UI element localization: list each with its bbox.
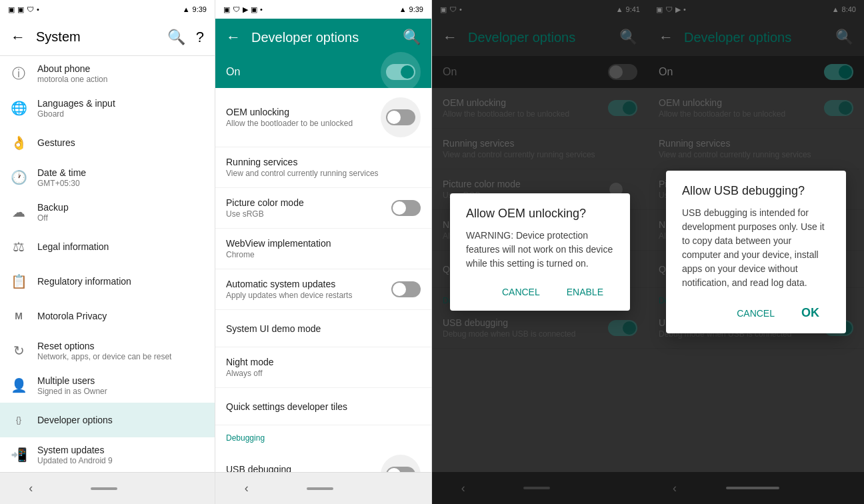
play-icon: ▶ bbox=[243, 5, 248, 14]
auto-updates-toggle[interactable] bbox=[391, 281, 421, 297]
usb-dialog: Allow USB debugging? USB debugging is in… bbox=[666, 171, 846, 333]
sidebar-item-regulatory[interactable]: 📋 Regulatory information bbox=[0, 264, 215, 299]
picture-title: Picture color mode bbox=[226, 197, 391, 208]
demo-mode-item[interactable]: System UI demo mode bbox=[215, 310, 431, 347]
oem-dialog-message: WARNING: Device protection features will… bbox=[466, 229, 614, 271]
usb-cancel-button[interactable]: Cancel bbox=[726, 301, 785, 325]
reset-icon: ↻ bbox=[11, 343, 27, 359]
webview-title: WebView implementation bbox=[226, 238, 421, 249]
sidebar-item-legal[interactable]: ⚖ Legal information bbox=[0, 229, 215, 264]
datetime-title: Date & time bbox=[37, 167, 204, 178]
backup-icon: ☁ bbox=[11, 204, 27, 220]
picture-color-item[interactable]: Picture color mode Use sRGB bbox=[215, 188, 431, 229]
panel-developer-dark-usb: ▣ 🛡 ▶ • ▲ 8:40 ← Developer options 🔍 On … bbox=[648, 0, 864, 504]
sidebar-item-developer[interactable]: {} Developer options bbox=[0, 403, 215, 437]
sim-icon: ▣ bbox=[8, 5, 15, 14]
oem-subtitle: Allow the bootloader to be unlocked bbox=[226, 119, 381, 128]
panel-developer-dark-oem: ▣ 🛡 • ▲ 9:41 ← Developer options 🔍 On OE… bbox=[432, 0, 648, 504]
panel-system-settings: ▣ ▣ 🛡 • ▲ 9:39 ← System 🔍 ? ⓘ About phon… bbox=[0, 0, 215, 504]
legal-icon: ⚖ bbox=[11, 239, 27, 255]
oem-unlocking-item[interactable]: OEM unlocking Allow the bootloader to be… bbox=[215, 88, 431, 147]
usb-dialog-overlay: Allow USB debugging? USB debugging is in… bbox=[648, 0, 864, 504]
backup-title: Backup bbox=[37, 202, 204, 213]
home-pill-2[interactable] bbox=[307, 487, 333, 490]
reset-subtitle: Network, apps, or device can be reset bbox=[37, 352, 204, 361]
quick-tiles-item[interactable]: Quick settings developer tiles bbox=[215, 388, 431, 425]
shield-icon-2: 🛡 bbox=[233, 5, 240, 13]
sidebar-item-about[interactable]: ⓘ About phone motorola one action bbox=[0, 56, 215, 91]
status-bar-1: ▣ ▣ 🛡 • ▲ 9:39 bbox=[0, 0, 215, 19]
language-icon: 🌐 bbox=[11, 100, 27, 116]
usb-dialog-message: USB debugging is intended for developmen… bbox=[682, 206, 830, 290]
night-mode-item[interactable]: Night mode Always off bbox=[215, 347, 431, 388]
quick-title: Quick settings developer tiles bbox=[226, 401, 421, 412]
bottom-nav-2: ‹ bbox=[215, 472, 431, 504]
running-title: Running services bbox=[226, 157, 421, 167]
sidebar-item-updates[interactable]: 📲 System updates Updated to Android 9 bbox=[0, 437, 215, 472]
datetime-icon: 🕐 bbox=[11, 169, 27, 185]
gestures-title: Gestures bbox=[37, 137, 204, 148]
home-pill-1[interactable] bbox=[91, 487, 117, 490]
datetime-subtitle: GMT+05:30 bbox=[37, 179, 204, 188]
users-subtitle: Signed in as Owner bbox=[37, 387, 204, 396]
oem-dialog-title: Allow OEM unlocking? bbox=[466, 207, 614, 221]
panel-developer-options: ▣ 🛡 ▶ ▣ • ▲ 9:39 ← Developer options 🔍 O… bbox=[215, 0, 432, 504]
search-icon-1[interactable]: 🔍 bbox=[167, 29, 185, 46]
back-icon-2[interactable]: ← bbox=[226, 29, 241, 46]
back-icon-1[interactable]: ← bbox=[11, 29, 25, 46]
usb-debug-item[interactable]: USB debugging Debug mode when USB is con… bbox=[215, 445, 431, 472]
status-right-1: ▲ 9:39 bbox=[183, 5, 207, 13]
privacy-title: Motorola Privacy bbox=[37, 311, 204, 321]
sidebar-item-language[interactable]: 🌐 Languages & input Gboard bbox=[0, 91, 215, 125]
language-subtitle: Gboard bbox=[37, 109, 204, 119]
users-icon: 👤 bbox=[11, 377, 27, 393]
toggle-label-2: On bbox=[226, 66, 240, 78]
updates-subtitle: Updated to Android 9 bbox=[37, 456, 204, 465]
toggle-highlight-2[interactable] bbox=[381, 52, 421, 92]
oem-cancel-button[interactable]: Cancel bbox=[491, 281, 551, 303]
oem-dialog-actions: Cancel Enable bbox=[466, 281, 614, 305]
night-title: Night mode bbox=[226, 357, 421, 367]
sidebar-item-users[interactable]: 👤 Multiple users Signed in as Owner bbox=[0, 368, 215, 403]
oem-toggle-highlight bbox=[381, 97, 421, 137]
settings-list-2: OEM unlocking Allow the bootloader to be… bbox=[215, 88, 431, 472]
usb-ok-button[interactable]: OK bbox=[791, 301, 830, 325]
developer-toggle-header: On bbox=[215, 56, 431, 88]
usb-title: USB debugging bbox=[226, 464, 381, 472]
usb-dialog-actions: Cancel OK bbox=[682, 301, 830, 328]
picture-subtitle: Use sRGB bbox=[226, 209, 391, 219]
oem-dialog: Allow OEM unlocking? WARNING: Device pro… bbox=[450, 193, 630, 311]
auto-updates-item[interactable]: Automatic system updates Apply updates w… bbox=[215, 269, 431, 310]
updates-title: System updates bbox=[37, 445, 204, 455]
auto-updates-subtitle: Apply updates when device restarts bbox=[226, 291, 391, 300]
night-subtitle: Always off bbox=[226, 369, 421, 378]
wifi-icon: ▲ bbox=[183, 5, 190, 13]
developer-icon: {} bbox=[11, 415, 27, 425]
appbar-title-1: System bbox=[36, 29, 157, 45]
sidebar-item-reset[interactable]: ↻ Reset options Network, apps, or device… bbox=[0, 333, 215, 368]
sidebar-item-datetime[interactable]: 🕐 Date & time GMT+05:30 bbox=[0, 160, 215, 195]
section-debugging-2: Debugging bbox=[215, 425, 431, 445]
picture-toggle[interactable] bbox=[391, 200, 421, 216]
running-services-item[interactable]: Running services View and control curren… bbox=[215, 147, 431, 188]
usb-toggle[interactable] bbox=[386, 467, 415, 472]
sidebar-item-privacy[interactable]: M Motorola Privacy bbox=[0, 299, 215, 333]
info-icon: ⓘ bbox=[11, 65, 27, 83]
webview-item[interactable]: WebView implementation Chrome bbox=[215, 229, 431, 269]
storage-icon: ▣ bbox=[17, 5, 24, 14]
back-nav-1[interactable]: ‹ bbox=[29, 481, 33, 495]
about-subtitle: motorola one action bbox=[37, 75, 204, 84]
help-icon-1[interactable]: ? bbox=[196, 29, 204, 46]
sidebar-item-backup[interactable]: ☁ Backup Off bbox=[0, 195, 215, 229]
sidebar-item-gestures[interactable]: 👌 Gestures bbox=[0, 125, 215, 160]
sidebar-list: ⓘ About phone motorola one action 🌐 Lang… bbox=[0, 56, 215, 472]
time-2: 9:39 bbox=[409, 5, 423, 13]
oem-enable-button[interactable]: Enable bbox=[556, 281, 614, 303]
pkg-icon: ▣ bbox=[223, 5, 230, 14]
toggle-switch-2[interactable] bbox=[386, 64, 415, 80]
usb-toggle-highlight bbox=[381, 455, 421, 472]
language-title: Languages & input bbox=[37, 98, 204, 109]
oem-toggle[interactable] bbox=[386, 109, 415, 125]
search-icon-2[interactable]: 🔍 bbox=[403, 29, 421, 46]
back-nav-2[interactable]: ‹ bbox=[245, 481, 249, 495]
